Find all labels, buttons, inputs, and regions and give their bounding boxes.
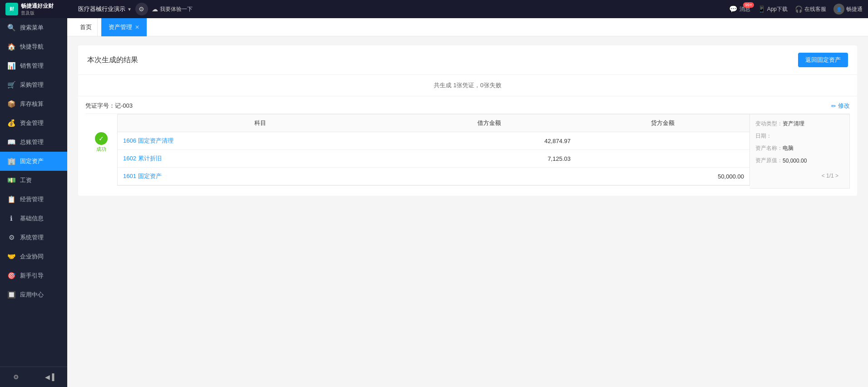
content-area: 首页 资产管理 ✕ 本次生成的结果 返回固定资产 共生成 1张凭证，0张失败 (67, 18, 868, 387)
sidebar-item-label: 系统管理 (20, 233, 44, 242)
avatar: 👤 (833, 4, 844, 15)
sidebar-item-operations[interactable]: 📋 经营管理 (0, 190, 67, 209)
sidebar-item-quick-nav[interactable]: 🏠 快捷导航 (0, 37, 67, 56)
return-button[interactable]: 返回固定资产 (798, 53, 848, 67)
online-service-button[interactable]: 🎧 在线客服 (795, 5, 826, 13)
change-type-value: 资产清理 (783, 120, 804, 128)
tab-close-icon[interactable]: ✕ (135, 24, 139, 30)
inventory-icon: 📦 (7, 100, 15, 108)
sales-icon: 📊 (7, 62, 15, 70)
experience-button[interactable]: ☁ 我要体验一下 (152, 5, 193, 13)
settings-bottom-icon: ⚙ (13, 373, 19, 381)
sidebar-item-salary[interactable]: 💵 工资 (0, 171, 67, 190)
sidebar-item-general-ledger[interactable]: 📖 总账管理 (0, 133, 67, 152)
sidebar-item-system[interactable]: ⚙ 系统管理 (0, 228, 67, 247)
col-header-credit: 贷方金额 (576, 114, 749, 132)
success-icon: ✓ (95, 132, 108, 145)
tab-asset-management[interactable]: 资产管理 ✕ (101, 18, 147, 36)
enterprise-icon: 🤝 (7, 253, 15, 261)
app-center-icon: 🔲 (7, 291, 15, 299)
table-row: 1602 累计折旧 7,125.03 (118, 150, 749, 168)
message-icon: 💬 (729, 5, 738, 13)
sidebar-item-label: 销售管理 (20, 62, 44, 70)
collapse-icon: ◀▐ (45, 373, 55, 381)
logo-area: 财 畅捷通好业财 普及版 (5, 2, 73, 16)
result-header: 本次生成的结果 返回固定资产 (78, 45, 857, 75)
sidebar-item-fixed-assets[interactable]: 🏢 固定资产 (0, 152, 67, 171)
debit-cell: 7,125.03 (403, 150, 576, 168)
settings-bottom-button[interactable]: ⚙ (10, 371, 22, 383)
user-area[interactable]: 👤 畅捷通 (833, 4, 863, 15)
sidebar-item-label: 新手引导 (20, 272, 44, 280)
chevron-down-icon: ▼ (127, 7, 132, 12)
sidebar-item-label: 搜索菜单 (20, 24, 44, 32)
asset-name-row: 资产名称： 电脑 (755, 144, 844, 152)
main-layout: 🔍 搜索菜单 🏠 快捷导航 📊 销售管理 🛒 采购管理 📦 库存核算 💰 资金管… (0, 18, 868, 387)
result-summary: 共生成 1张凭证，0张失败 (78, 75, 857, 96)
date-label: 日期： (755, 132, 783, 140)
sidebar-item-enterprise[interactable]: 🤝 企业协同 (0, 247, 67, 266)
tab-home[interactable]: 首页 (74, 18, 98, 36)
message-button[interactable]: 💬 消息 99 (729, 5, 750, 13)
status-column: ✓ 成功 (85, 114, 117, 153)
voucher-number: 凭证字号：记-003 (85, 102, 133, 110)
sidebar-item-label: 资金管理 (20, 119, 44, 127)
debit-cell: 42,874.97 (403, 132, 576, 150)
header-right: 💬 消息 99 📱 App下载 🎧 在线客服 👤 畅捷通 (729, 4, 863, 15)
company-select[interactable]: 医疗器械行业演示 ▼ (78, 5, 132, 13)
quick-nav-icon: 🏠 (7, 43, 15, 51)
col-header-account: 科目 (118, 114, 403, 132)
account-cell: 1602 累计折旧 (118, 150, 403, 168)
sidebar-item-app-center[interactable]: 🔲 应用中心 (0, 285, 67, 304)
edit-button[interactable]: ✏ 修改 (831, 102, 850, 110)
credit-cell: 50,000.00 (576, 168, 749, 185)
sidebar-item-funds[interactable]: 💰 资金管理 (0, 114, 67, 133)
salary-icon: 💵 (7, 176, 15, 184)
download-icon: 📱 (758, 5, 765, 13)
logo-text: 畅捷通好业财 普及版 (21, 2, 54, 16)
settings-icon-button[interactable]: ⚙ (135, 3, 148, 15)
original-value-label: 资产原值： (755, 157, 783, 164)
operations-icon: 📋 (7, 195, 15, 203)
top-header: 财 畅捷通好业财 普及版 医疗器械行业演示 ▼ ⚙ ☁ 我要体验一下 💬 消息 … (0, 0, 868, 18)
sidebar-item-label: 基础信息 (20, 214, 44, 223)
sidebar-item-base-info[interactable]: ℹ 基础信息 (0, 209, 67, 228)
header-center: 医疗器械行业演示 ▼ ⚙ ☁ 我要体验一下 (73, 3, 729, 15)
account-cell: 1601 固定资产 (118, 168, 403, 185)
sidebar-item-sales[interactable]: 📊 销售管理 (0, 56, 67, 75)
purchase-icon: 🛒 (7, 81, 15, 89)
result-panel: 本次生成的结果 返回固定资产 共生成 1张凭证，0张失败 凭证字号：记-003 … (78, 45, 857, 196)
credit-cell (576, 150, 749, 168)
voucher-header: 凭证字号：记-003 ✏ 修改 (85, 96, 850, 114)
funds-icon: 💰 (7, 119, 15, 127)
col-header-debit: 借方金额 (403, 114, 576, 132)
experience-icon: ☁ (152, 5, 158, 13)
sidebar-item-label: 采购管理 (20, 81, 44, 89)
sidebar-item-purchase[interactable]: 🛒 采购管理 (0, 75, 67, 94)
sidebar: 🔍 搜索菜单 🏠 快捷导航 📊 销售管理 🛒 采购管理 📦 库存核算 💰 资金管… (0, 18, 67, 387)
guide-icon: 🎯 (7, 272, 15, 280)
sidebar-item-label: 总账管理 (20, 138, 44, 146)
original-value-value: 50,000.00 (783, 158, 807, 164)
base-info-icon: ℹ (7, 214, 15, 223)
sidebar-item-label: 工资 (20, 176, 32, 184)
sidebar-item-label: 固定资产 (20, 157, 44, 165)
table-row: 1606 固定资产清理 42,874.97 (118, 132, 749, 150)
asset-name-label: 资产名称： (755, 144, 783, 152)
account-cell: 1606 固定资产清理 (118, 132, 403, 150)
change-type-label: 变动类型： (755, 120, 783, 128)
edit-icon: ✏ (831, 103, 836, 109)
general-ledger-icon: 📖 (7, 138, 15, 146)
sidebar-item-guide[interactable]: 🎯 新手引导 (0, 266, 67, 285)
service-icon: 🎧 (795, 5, 803, 13)
app-download-button[interactable]: 📱 App下载 (758, 5, 788, 13)
sidebar-item-inventory[interactable]: 📦 库存核算 (0, 94, 67, 114)
sidebar-item-label: 库存核算 (20, 100, 44, 108)
pagination[interactable]: < 1/1 > (755, 169, 844, 183)
search-icon: 🔍 (7, 24, 15, 32)
system-icon: ⚙ (7, 233, 15, 242)
page-title: 本次生成的结果 (87, 55, 138, 65)
status-label: 成功 (96, 146, 106, 153)
sidebar-item-search[interactable]: 🔍 搜索菜单 (0, 18, 67, 37)
collapse-button[interactable]: ◀▐ (42, 371, 57, 383)
